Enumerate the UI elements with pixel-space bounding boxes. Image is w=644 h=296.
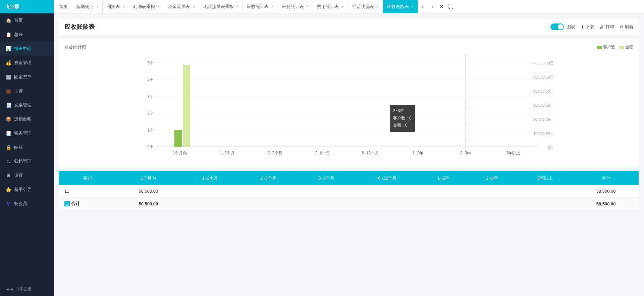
tab-payable-stats[interactable]: 应付统计表 × [278, 0, 313, 13]
sidebar-item-label: 资金管理 [14, 60, 32, 66]
tab-close-all-button[interactable]: ✕ [437, 2, 446, 11]
tab-label: 新增凭证 [76, 4, 94, 10]
sidebar-item-guide[interactable]: 🌟 新手引导 [0, 183, 54, 197]
cell-m3 [239, 185, 297, 197]
sidebar-item-assets[interactable]: 🏢 固定资产 [0, 70, 54, 84]
tab-home[interactable]: 首页 [55, 0, 72, 13]
sidebar-item-label: 畅会员 [14, 201, 27, 207]
tab-receivable-stats[interactable]: 应收统计表 × [243, 0, 278, 13]
col-total: 合计 [573, 171, 639, 185]
total-m1: 58,500.00 [116, 197, 181, 210]
sidebar-item-settings[interactable]: ⚙ 设置 [0, 168, 54, 183]
tab-close-icon[interactable]: × [412, 5, 414, 9]
chart-toggle[interactable] [550, 23, 564, 30]
download-button[interactable]: ⬇ 下载 [581, 24, 594, 30]
tab-label: 利润表季报 [133, 4, 155, 10]
tab-close-icon[interactable]: × [377, 5, 379, 9]
home-icon: 🏠 [5, 18, 11, 23]
legend-customer-color [597, 46, 602, 49]
col-m1: 1个月内 [116, 171, 181, 185]
sidebar-item-tax[interactable]: 📑 税务管理 [0, 126, 54, 140]
salary-icon: 💼 [5, 88, 11, 94]
svg-text:1~2年: 1~2年 [413, 151, 423, 155]
table-total-row: ∑ 合计 58,500.00 58,500.00 [59, 197, 639, 210]
tab-close-icon[interactable]: × [158, 5, 160, 9]
sidebar-item-close[interactable]: 🔒 结账 [0, 140, 54, 154]
refresh-button[interactable]: ↺ 刷新 [620, 24, 633, 30]
svg-text:6~12个月: 6~12个月 [362, 151, 379, 155]
tab-close-icon[interactable]: × [271, 5, 273, 9]
cell-m8 [517, 185, 574, 197]
tab-cashflow[interactable]: 现金流量表 × [164, 0, 199, 13]
tab-close-icon[interactable]: × [307, 5, 309, 9]
sidebar-item-label: 归档管理 [14, 158, 32, 164]
sidebar-item-home[interactable]: 🏠 首页 [0, 13, 54, 28]
tab-home-label: 首页 [59, 4, 68, 10]
total-m3 [239, 197, 297, 210]
tab-label: 现金流量表季报 [203, 4, 234, 10]
tab-profit-quarterly[interactable]: 利润表季报 × [129, 0, 164, 13]
tab-close-icon[interactable]: × [236, 5, 238, 9]
tab-close-icon[interactable]: × [193, 5, 195, 9]
sidebar-item-vip[interactable]: V 畅会员 [0, 197, 54, 211]
guide-icon: 🌟 [5, 187, 11, 192]
total-m5 [356, 197, 419, 210]
main-area: 首页 新增凭证 × 利润表 × 利润表季报 × 现金流量表 × 现金流量表季报 … [54, 0, 644, 296]
legend-customer: 客户数 [597, 44, 615, 50]
tab-prev-button[interactable]: ‹ [418, 2, 427, 11]
gear-icon: ⚙ [5, 173, 11, 178]
tab-close-icon[interactable]: × [96, 5, 98, 9]
svg-text:10,000.00元: 10,000.00元 [533, 132, 553, 136]
legend-amount-color [619, 46, 624, 49]
reports-icon: 📊 [5, 46, 11, 51]
sidebar-item-funds[interactable]: 💰 资金管理 [0, 56, 54, 70]
table-row: 11 58,500.00 58,500.00 [59, 185, 639, 197]
tab-next-button[interactable]: › [427, 2, 437, 11]
sidebar-item-reports[interactable]: 📊 报表中心 [0, 42, 54, 56]
tab-label: 应收账龄表 [387, 4, 409, 10]
tab-expense-stats[interactable]: 费用统计表 × [313, 0, 348, 13]
tab-new-voucher[interactable]: 新增凭证 × [72, 0, 103, 13]
tab-business-status[interactable]: 经营状况表 × [348, 0, 383, 13]
svg-text:30,000.00元: 30,000.00元 [533, 103, 553, 107]
tab-close-icon[interactable]: × [341, 5, 343, 9]
cell-m5 [356, 185, 419, 197]
sidebar-item-invoice[interactable]: 🧾 发票管理 [0, 98, 54, 112]
download-label: 下载 [586, 24, 594, 30]
sidebar-item-label: 固定资产 [14, 74, 32, 80]
tab-receivable-aging[interactable]: 应收账龄表 × [383, 0, 418, 13]
tab-profit[interactable]: 利润表 × [103, 0, 129, 13]
sidebar: 专业版 🏠 首页 📋 总账 📊 报表中心 💰 资金管理 🏢 固定资产 💼 工资 … [0, 0, 54, 296]
sidebar-item-archive[interactable]: 🗂 归档管理 [0, 154, 54, 168]
sidebar-item-label: 进销台账 [14, 116, 32, 122]
chart-toggle-wrap: 图表 [550, 23, 575, 30]
page-title: 应收账龄表 [64, 23, 95, 31]
refresh-label: 刷新 [625, 24, 633, 30]
tab-cashflow-quarterly[interactable]: 现金流量表季报 × [199, 0, 243, 13]
total-m8 [517, 197, 574, 210]
print-icon: 🖨 [600, 24, 604, 30]
col-m5: 6~12个月 [356, 171, 419, 185]
print-button[interactable]: 🖨 打印 [600, 24, 614, 30]
chart-legend: 客户数 金额 [597, 44, 633, 50]
chart-area: 5个 4个 3个 2个 1个 0个 60,000.00元 50,000.00元 … [64, 54, 633, 162]
chart-svg: 5个 4个 3个 2个 1个 0个 60,000.00元 50,000.00元 … [64, 54, 633, 162]
cell-customer: 11 [59, 185, 116, 197]
svg-text:60,000.00元: 60,000.00元 [533, 61, 553, 65]
sidebar-item-salary[interactable]: 💼 工资 [0, 84, 54, 98]
page-header: 应收账龄表 图表 ⬇ 下载 🖨 打印 ↺ 刷新 [59, 19, 639, 35]
col-m3: 2~3个月 [239, 171, 297, 185]
collapse-label: 取消固定 [15, 286, 32, 292]
tab-fullscreen-button[interactable]: ⛶ [446, 2, 455, 11]
invoice-icon: 🧾 [5, 102, 11, 108]
svg-text:40,000.00元: 40,000.00元 [533, 89, 553, 93]
sidebar-item-inventory[interactable]: 📦 进销台账 [0, 112, 54, 126]
collapse-sidebar-button[interactable]: ◄◄ 取消固定 [0, 282, 54, 296]
total-m7 [468, 197, 517, 210]
total-m6 [419, 197, 468, 210]
inventory-icon: 📦 [5, 116, 11, 122]
table-section: 客户 1个月内 1~2个月 2~3个月 3~6个月 6~12个月 1~2年 2~… [59, 171, 639, 210]
sidebar-item-ledger[interactable]: 📋 总账 [0, 28, 54, 42]
tab-close-icon[interactable]: × [122, 5, 124, 9]
tab-label: 应付统计表 [282, 4, 304, 10]
